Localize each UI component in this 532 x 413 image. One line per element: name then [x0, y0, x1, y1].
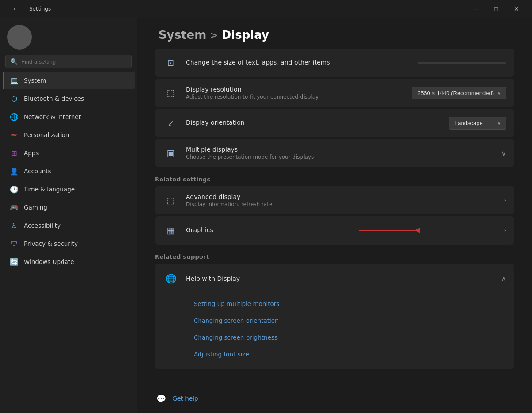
search-box[interactable]: 🔍 [5, 55, 132, 68]
content-area: System > Display ⊡ Change the size of te… [137, 18, 532, 413]
resolution-title: Display resolution [186, 86, 405, 93]
sidebar: 🔍 💻 System ⬡ Bluetooth & devices 🌐 Netwo… [0, 18, 137, 413]
orientation-dropdown-chevron: ∨ [497, 121, 501, 126]
nav-icon-personalization: ✏ [10, 130, 19, 139]
multiple-displays-title: Multiple displays [186, 146, 494, 153]
help-link[interactable]: Adjusting font size [186, 346, 506, 362]
help-card-header[interactable]: 🌐 Help with Display ∧ [155, 264, 514, 294]
resolution-dropdown-chevron: ∨ [497, 91, 501, 96]
display-resolution-card[interactable]: ⬚ Display resolution Adjust the resoluti… [155, 79, 514, 107]
close-button[interactable]: ✕ [506, 2, 527, 16]
breadcrumb-current: Display [222, 28, 269, 42]
breadcrumb-separator: > [210, 30, 218, 41]
advanced-display-control: › [504, 197, 506, 204]
orientation-title: Display orientation [186, 119, 442, 126]
help-expand-chevron[interactable]: ∧ [501, 275, 506, 283]
titlebar-left: ← Settings [5, 2, 51, 16]
sidebar-item-accounts[interactable]: 👤 Accounts [3, 162, 135, 180]
sidebar-item-gaming[interactable]: 🎮 Gaming [3, 199, 135, 216]
multiple-displays-card[interactable]: ▣ Multiple displays Choose the presentat… [155, 139, 514, 167]
nav-label-update: Windows Update [24, 258, 74, 265]
nav-icon-bluetooth: ⬡ [10, 94, 19, 103]
resolution-text: Display resolution Adjust the resolution… [186, 86, 405, 100]
sidebar-item-privacy[interactable]: 🛡 Privacy & security [3, 235, 135, 252]
multiple-displays-icon: ▣ [163, 145, 179, 161]
graphics-control: › [504, 227, 506, 234]
help-link[interactable]: Changing screen brightness [186, 329, 506, 345]
breadcrumb: System > Display [158, 28, 511, 42]
sidebar-item-bluetooth[interactable]: ⬡ Bluetooth & devices [3, 90, 135, 107]
nav-label-bluetooth: Bluetooth & devices [24, 95, 84, 102]
nav-icon-accounts: 👤 [10, 167, 19, 176]
sidebar-item-accessibility[interactable]: ♿ Accessibility [3, 217, 135, 234]
arrow-line [359, 230, 416, 231]
sidebar-item-update[interactable]: 🔄 Windows Update [3, 253, 135, 271]
titlebar-title: Settings [29, 6, 51, 12]
multiple-displays-chevron[interactable]: ∨ [501, 149, 506, 157]
arrow-head [415, 227, 420, 233]
breadcrumb-parent[interactable]: System [158, 28, 206, 42]
nav-icon-apps: ⊞ [10, 149, 19, 157]
help-link[interactable]: Setting up multiple monitors [186, 296, 506, 312]
nav-label-apps: Apps [24, 149, 39, 157]
give-feedback-item[interactable]: 👤 Give feedback [155, 410, 514, 413]
scale-icon: ⊡ [163, 55, 179, 71]
back-button[interactable]: ← [5, 2, 26, 16]
nav-icon-system: 💻 [10, 76, 19, 85]
nav-label-system: System [24, 77, 46, 84]
sidebar-item-apps[interactable]: ⊞ Apps [3, 144, 135, 162]
orientation-dropdown[interactable]: Landscape ∨ [449, 117, 506, 130]
sidebar-item-system[interactable]: 💻 System [3, 72, 135, 89]
advanced-display-text: Advanced display Display information, re… [186, 193, 497, 207]
graphics-row-wrapper: ▦ Graphics › [155, 216, 514, 245]
scale-title: Change the size of text, apps, and other… [186, 59, 411, 66]
resolution-control: 2560 × 1440 (Recommended) ∨ [412, 87, 506, 99]
get-help-icon: 💬 [155, 392, 167, 405]
graphics-card[interactable]: ▦ Graphics › [155, 216, 514, 245]
scale-text: Change the size of text, apps, and other… [186, 59, 411, 67]
scale-setting-card[interactable]: ⊡ Change the size of text, apps, and oth… [155, 49, 514, 77]
maximize-button[interactable]: □ [486, 2, 506, 16]
titlebar-controls: ─ □ ✕ [466, 2, 527, 16]
orientation-icon: ⤢ [163, 115, 179, 131]
orientation-text: Display orientation [186, 119, 442, 127]
get-help-text[interactable]: Get help [173, 395, 198, 402]
graphics-chevron: › [504, 227, 506, 234]
annotation-arrow [359, 227, 420, 233]
help-icon: 🌐 [163, 271, 179, 287]
nav-icon-time: 🕐 [10, 185, 19, 194]
nav-label-accessibility: Accessibility [24, 222, 61, 229]
nav-label-time: Time & language [24, 186, 75, 193]
scale-slider[interactable] [418, 62, 506, 64]
minimize-button[interactable]: ─ [466, 2, 486, 16]
footer-links: 💬 Get help 👤 Give feedback [137, 378, 532, 413]
resolution-dropdown[interactable]: 2560 × 1440 (Recommended) ∨ [412, 87, 506, 99]
nav-icon-gaming: 🎮 [10, 203, 19, 212]
settings-section: ⊡ Change the size of text, apps, and oth… [137, 49, 532, 378]
nav-icon-privacy: 🛡 [10, 239, 19, 248]
sidebar-profile [0, 18, 137, 55]
help-card: 🌐 Help with Display ∧ Setting up multipl… [155, 264, 514, 369]
advanced-display-card[interactable]: ⬚ Advanced display Display information, … [155, 186, 514, 214]
display-orientation-card[interactable]: ⤢ Display orientation Landscape ∨ [155, 109, 514, 137]
advanced-display-desc: Display information, refresh rate [186, 201, 497, 207]
multiple-displays-text: Multiple displays Choose the presentatio… [186, 146, 494, 160]
content-header: System > Display [137, 18, 532, 49]
graphics-title: Graphics [186, 226, 497, 233]
multiple-displays-control: ∨ [501, 149, 506, 157]
help-link[interactable]: Changing screen orientation [186, 313, 506, 329]
help-links: Setting up multiple monitorsChanging scr… [155, 294, 514, 369]
graphics-icon: ▦ [163, 222, 179, 238]
scale-control [418, 62, 506, 64]
advanced-display-chevron: › [504, 197, 506, 204]
search-input[interactable] [21, 58, 127, 65]
get-help-item[interactable]: 💬 Get help [155, 389, 514, 408]
app-body: 🔍 💻 System ⬡ Bluetooth & devices 🌐 Netwo… [0, 18, 532, 413]
sidebar-item-network[interactable]: 🌐 Network & internet [3, 108, 135, 126]
resolution-icon: ⬚ [163, 85, 179, 101]
nav-label-accounts: Accounts [24, 168, 51, 175]
sidebar-item-time[interactable]: 🕐 Time & language [3, 180, 135, 198]
resolution-value: 2560 × 1440 (Recommended) [417, 90, 494, 96]
sidebar-item-personalization[interactable]: ✏ Personalization [3, 126, 135, 144]
advanced-display-title: Advanced display [186, 193, 497, 200]
